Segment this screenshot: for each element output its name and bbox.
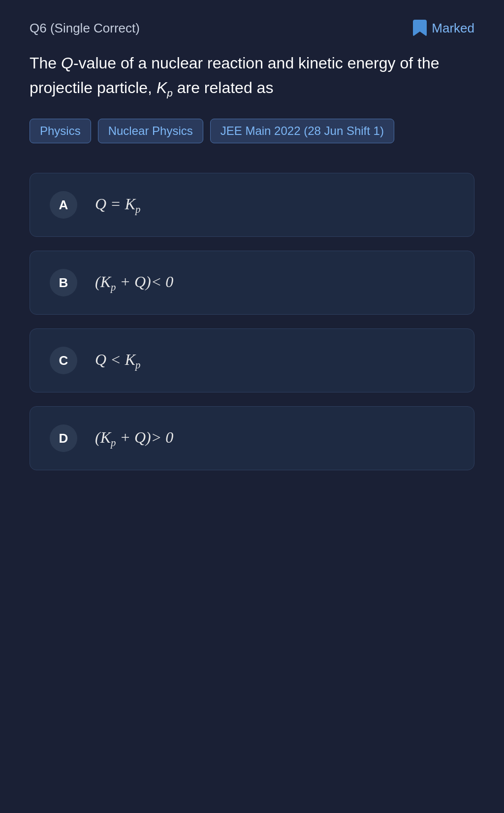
- question-header: Q6 (Single Correct) Marked: [30, 20, 474, 36]
- option-d[interactable]: D (Kp + Q)> 0: [30, 406, 474, 470]
- tag-nuclear-physics[interactable]: Nuclear Physics: [98, 119, 203, 143]
- question-label: Q6 (Single Correct): [30, 21, 140, 36]
- option-b-formula: (Kp + Q)< 0: [95, 273, 173, 293]
- option-c[interactable]: C Q < Kp: [30, 328, 474, 392]
- marked-label: Marked: [432, 21, 474, 36]
- bookmark-icon: [413, 20, 427, 36]
- options-container: A Q = Kp B (Kp + Q)< 0 C Q < Kp D (Kp + …: [30, 173, 474, 470]
- tag-jee-main[interactable]: JEE Main 2022 (28 Jun Shift 1): [210, 119, 394, 143]
- tags-container: Physics Nuclear Physics JEE Main 2022 (2…: [30, 119, 474, 143]
- option-b[interactable]: B (Kp + Q)< 0: [30, 251, 474, 315]
- option-a[interactable]: A Q = Kp: [30, 173, 474, 237]
- option-c-formula: Q < Kp: [95, 351, 140, 371]
- option-d-letter: D: [50, 424, 77, 452]
- option-c-letter: C: [50, 347, 77, 374]
- option-a-formula: Q = Kp: [95, 195, 140, 215]
- question-text: The Q-value of a nuclear reaction and ki…: [30, 51, 474, 101]
- marked-badge[interactable]: Marked: [413, 20, 474, 36]
- tag-physics[interactable]: Physics: [30, 119, 91, 143]
- option-d-formula: (Kp + Q)> 0: [95, 428, 173, 449]
- option-a-letter: A: [50, 191, 77, 219]
- option-b-letter: B: [50, 269, 77, 296]
